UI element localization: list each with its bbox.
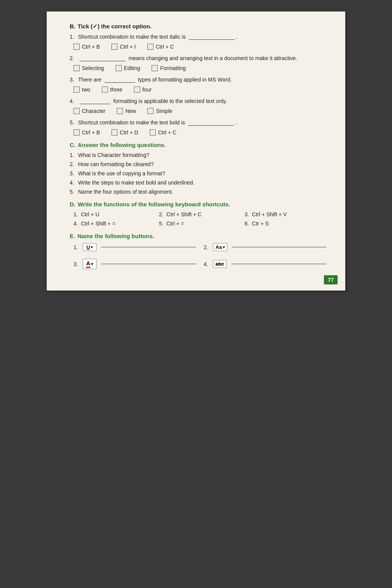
option-new[interactable]: New [117,108,136,114]
checkbox-editing[interactable] [116,65,122,71]
checkbox-selecting[interactable] [74,65,80,71]
button-item-3: 3. A ▾ [74,259,196,269]
section-d: D. Write the functions of the following … [70,201,326,227]
checkbox-character[interactable] [74,108,80,114]
font-color-button: A ▾ [83,259,96,269]
option-ctrlc-5[interactable]: Ctrl + C [150,129,176,136]
option-formatting[interactable]: Formatting [152,65,186,71]
q4-text: formatting is applicable to the selected… [78,98,227,104]
checkbox-three[interactable] [102,87,108,93]
checkbox-new[interactable] [117,108,123,114]
q4-number: 4. [70,98,78,104]
section-e-label: E. [70,233,75,239]
question-b4: 4. formatting is applicable to the selec… [70,98,326,114]
buttons-grid: 1. U ▾ 2. Aa ▾ 3. A [74,243,326,269]
button-item-4: 4. abc [204,259,326,269]
checkbox-four[interactable] [134,87,140,93]
shortcut-4: 4. Ctrl + Shift + = [74,220,155,227]
question-b2: 2. means changing and arranging text in … [70,55,326,71]
q3-number: 3. [70,77,78,83]
shortcut-1: 1. Ctrl + U [74,211,155,217]
section-c-label: C. [70,142,75,148]
section-b: B. Tick (✓) the correct option. 1. Short… [70,23,326,136]
checkbox-ctrlb-1[interactable] [74,44,80,50]
option-selecting[interactable]: Selecting [74,65,104,71]
q5-text: Shortcut combination to make the text bo… [78,119,237,126]
question-b3: 3. There are types of formatting applied… [70,77,326,93]
option-ctrlb-1[interactable]: Ctrl + B [74,44,100,50]
checkbox-ctrlb-5[interactable] [74,129,80,136]
option-ctrlb-5[interactable]: Ctrl + B [74,129,100,136]
page-number: 77 [324,275,338,284]
c-q5: 5. Name the four options of text alignme… [70,189,326,195]
shortcut-2: 2. Ctrl + Shift + C [159,211,240,217]
c-q4: 4. Write the steps to make text bold and… [70,180,326,186]
option-simple[interactable]: Simple [147,108,172,114]
checkbox-two[interactable] [74,87,80,93]
checkbox-simple[interactable] [147,108,154,114]
section-d-title: Write the functions of the following key… [78,201,230,207]
checkbox-ctrlc-5[interactable] [150,129,156,136]
strikethrough-button: abc [213,260,227,268]
section-d-label: D. [70,201,75,207]
shortcuts-grid: 1. Ctrl + U 2. Ctrl + Shift + C 3. Ctrl … [74,211,326,227]
option-ctrlc-1[interactable]: Ctrl + C [147,44,174,50]
option-three[interactable]: three [102,87,122,93]
c-q1: 1. What is Character formatting? [70,152,326,158]
checkbox-ctrlc-1[interactable] [147,44,154,50]
c-q3: 3. What is the use of copying a format? [70,170,326,176]
q5-number: 5. [70,119,78,126]
shortcut-3: 3. Ctrl + Shift + V [245,211,326,217]
section-b-title: Tick (✓) the correct option. [78,23,152,30]
underline-button: U ▾ [83,243,96,251]
page-content: B. Tick (✓) the correct option. 1. Short… [47,11,345,291]
question-b5: 5. Shortcut combination to make the text… [70,119,326,136]
option-ctrli[interactable]: Ctrl + I [111,44,136,50]
option-editing[interactable]: Editing [116,65,140,71]
case-button: Aa ▾ [213,243,227,251]
option-two[interactable]: two [74,87,90,93]
section-b-label: B. [70,23,75,29]
shortcut-5: 5. Ctrl + = [159,220,240,227]
q2-text: means changing and arranging text in a d… [78,55,297,61]
button-item-2: 2. Aa ▾ [204,243,326,251]
section-e: E. Name the following buttons. 1. U ▾ 2.… [70,233,326,269]
option-character[interactable]: Character [74,108,105,114]
c-q2: 2. How can formatting be cleared? [70,161,326,167]
q2-number: 2. [70,55,78,61]
q1-text: Shortcut combination to make the text it… [78,34,238,40]
shortcut-6: 6. Ctr + S [245,220,326,227]
button-item-1: 1. U ▾ [74,243,196,251]
question-b1: 1. Shortcut combination to make the text… [70,34,326,50]
section-c: C. Answer the following questions. 1. Wh… [70,142,326,195]
option-ctrld[interactable]: Ctrl + D [111,129,138,136]
section-c-title: Answer the following questions. [78,142,166,148]
checkbox-ctrli[interactable] [111,44,118,50]
option-four[interactable]: four [134,87,152,93]
checkbox-formatting[interactable] [152,65,158,71]
section-e-title: Name the following buttons. [77,233,154,239]
q1-number: 1. [70,34,78,40]
q3-text: There are types of formatting applied in… [78,77,232,83]
checkbox-ctrld[interactable] [111,129,118,136]
